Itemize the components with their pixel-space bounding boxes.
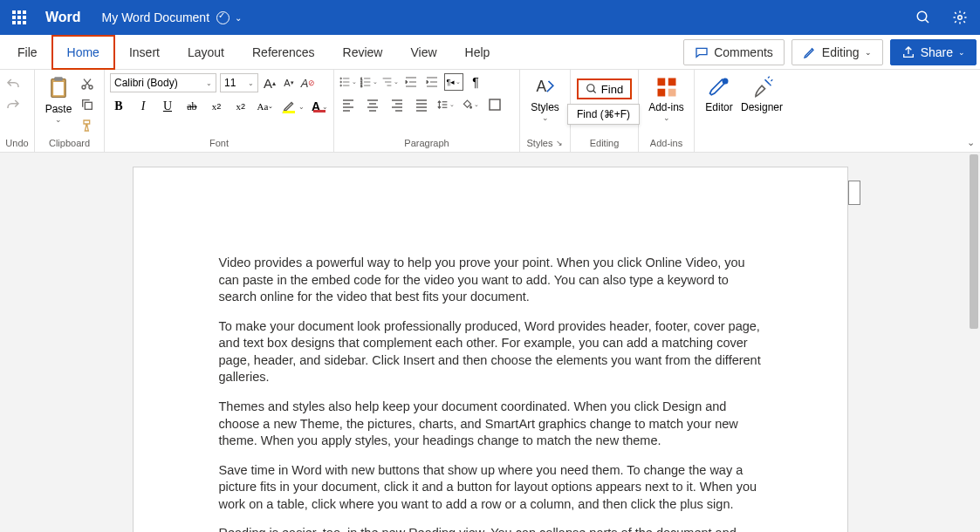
scrollbar-thumb[interactable] — [970, 154, 978, 329]
multilevel-list-button[interactable]: ⌄ — [381, 73, 399, 91]
addins-icon — [654, 75, 679, 99]
styles-button[interactable]: A Styles ⌄ — [525, 73, 565, 122]
clipboard-icon — [46, 75, 71, 101]
paragraph[interactable]: Themes and styles also help keep your do… — [219, 399, 762, 450]
show-marks-button[interactable]: ¶ — [467, 73, 484, 91]
page[interactable]: Video provides a powerful way to help yo… — [133, 167, 848, 532]
group-label-clipboard: Clipboard — [40, 136, 99, 150]
chevron-down-icon: ⌄ — [865, 48, 872, 57]
group-label-styles: Styles↘ — [525, 136, 565, 150]
undo-icon[interactable] — [5, 77, 21, 92]
app-brand: Word — [45, 10, 81, 25]
subscript-button[interactable]: x2 — [208, 98, 225, 115]
decrease-indent-button[interactable] — [402, 73, 420, 91]
svg-rect-53 — [657, 78, 665, 86]
copy-icon[interactable] — [80, 98, 94, 112]
svg-line-52 — [593, 91, 596, 93]
app-launcher-icon[interactable] — [12, 10, 26, 24]
font-color-button[interactable]: A ⌄ — [312, 99, 328, 113]
font-size-combo[interactable]: 11⌄ — [220, 73, 258, 92]
comment-icon — [695, 45, 709, 59]
search-icon — [586, 83, 598, 95]
paragraph[interactable]: To make your document look professionall… — [219, 318, 762, 386]
find-button[interactable]: Find — [577, 78, 632, 99]
scrollbar-track[interactable] — [968, 153, 980, 532]
share-button[interactable]: Share ⌄ — [890, 39, 977, 65]
redo-icon[interactable] — [5, 98, 21, 113]
paste-button[interactable]: Paste ⌄ — [40, 73, 77, 124]
cut-icon[interactable] — [80, 77, 94, 91]
grow-font-button[interactable]: A▴ — [262, 75, 278, 91]
numbering-button[interactable]: 123⌄ — [360, 73, 378, 91]
addins-button[interactable]: Add-ins ⌄ — [645, 73, 689, 122]
highlight-color-button[interactable]: ⌄ — [281, 99, 305, 114]
tab-references[interactable]: References — [238, 35, 329, 70]
italic-button[interactable]: I — [134, 98, 152, 115]
tab-file[interactable]: File — [3, 35, 51, 70]
group-label-addins: Add-ins — [644, 136, 689, 150]
paragraph[interactable]: Save time in Word with new buttons that … — [219, 462, 762, 514]
svg-point-13 — [340, 85, 342, 86]
saved-icon — [216, 11, 230, 24]
svg-text:A: A — [536, 78, 546, 95]
strikethrough-button[interactable]: ab — [183, 98, 201, 115]
superscript-button[interactable]: x2 — [232, 98, 250, 115]
collapse-ribbon-button[interactable]: ⌄ — [967, 137, 975, 148]
tab-review[interactable]: Review — [329, 35, 397, 70]
line-spacing-button[interactable]: ⌄ — [437, 96, 455, 113]
search-icon[interactable] — [915, 10, 931, 25]
dialog-launcher-icon[interactable]: ↘ — [556, 139, 563, 147]
designer-icon — [750, 75, 774, 99]
chevron-down-icon: ⌄ — [542, 113, 549, 122]
find-tooltip: Find (⌘+F) — [567, 104, 640, 125]
align-left-button[interactable] — [339, 96, 357, 113]
tab-insert[interactable]: Insert — [115, 35, 174, 70]
share-icon — [901, 45, 915, 59]
clear-formatting-button[interactable]: A⊘ — [300, 75, 316, 91]
text-direction-button[interactable]: ¶◂⌄ — [444, 73, 463, 91]
svg-rect-56 — [668, 89, 675, 97]
svg-point-9 — [340, 78, 342, 79]
justify-button[interactable] — [413, 96, 430, 113]
svg-text:3: 3 — [360, 84, 363, 88]
shading-button[interactable]: ⌄ — [462, 96, 479, 113]
docname-dropdown-icon[interactable]: ⌄ — [235, 13, 242, 23]
increase-indent-button[interactable] — [423, 73, 441, 91]
comments-button[interactable]: Comments — [683, 39, 785, 65]
tab-home[interactable]: Home — [51, 35, 115, 70]
tab-layout[interactable]: Layout — [174, 35, 238, 70]
borders-button[interactable] — [486, 96, 504, 113]
svg-line-1 — [925, 19, 929, 23]
editor-button[interactable]: Editor — [700, 73, 738, 113]
editing-mode-button[interactable]: Editing ⌄ — [792, 39, 883, 65]
svg-rect-5 — [53, 82, 64, 95]
pencil-icon — [803, 45, 817, 59]
svg-rect-55 — [657, 89, 665, 97]
align-center-button[interactable] — [364, 96, 381, 113]
tab-help[interactable]: Help — [451, 35, 504, 70]
paragraph[interactable]: Reading is easier, too, in the new Readi… — [219, 525, 762, 532]
bold-button[interactable]: B — [110, 98, 127, 115]
chevron-down-icon: ⌄ — [958, 48, 965, 57]
format-painter-icon[interactable] — [80, 119, 94, 133]
paragraph[interactable]: Video provides a powerful way to help yo… — [219, 255, 762, 306]
font-name-combo[interactable]: Calibri (Body)⌄ — [110, 73, 216, 92]
svg-point-51 — [587, 85, 594, 92]
svg-point-0 — [917, 11, 927, 21]
chevron-down-icon: ⌄ — [663, 113, 670, 122]
underline-button[interactable]: U — [159, 98, 176, 115]
svg-rect-8 — [85, 102, 92, 109]
document-name[interactable]: My Word Document — [102, 10, 209, 24]
group-label-undo: Undo — [5, 136, 29, 150]
designer-button[interactable]: Designer — [738, 73, 785, 113]
group-label-font: Font — [110, 136, 328, 150]
document-canvas[interactable]: Video provides a powerful way to help yo… — [0, 153, 980, 532]
align-right-button[interactable] — [388, 96, 406, 113]
shrink-font-button[interactable]: A▾ — [281, 75, 297, 91]
tab-view[interactable]: View — [396, 35, 450, 70]
bullets-button[interactable]: ⌄ — [339, 73, 357, 91]
settings-gear-icon[interactable] — [952, 10, 968, 25]
editor-icon — [707, 75, 731, 99]
svg-rect-4 — [54, 77, 62, 81]
change-case-button[interactable]: Aa⌄ — [257, 98, 274, 115]
